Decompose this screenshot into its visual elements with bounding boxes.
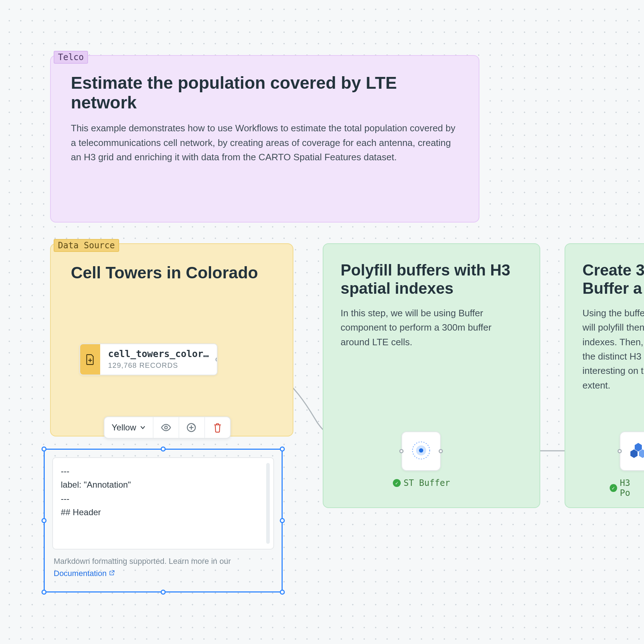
note-title: Cell Towers in Colorado bbox=[71, 263, 273, 282]
trash-icon bbox=[212, 422, 223, 433]
svg-point-0 bbox=[165, 426, 167, 429]
data-source-chip[interactable]: cell_towers_color… 129,768 RECORDS bbox=[79, 343, 218, 375]
node-label-text: H3 Po bbox=[620, 478, 644, 498]
note-body: Using the buffe will polyfill then index… bbox=[582, 306, 644, 392]
svg-marker-6 bbox=[630, 449, 638, 458]
delete-button[interactable] bbox=[205, 417, 230, 438]
note-tag-telco: Telco bbox=[54, 51, 88, 64]
checkmark-icon: ✓ bbox=[610, 484, 617, 492]
node-label: ✓ ST Buffer bbox=[393, 478, 450, 488]
note-title: Estimate the population covered by LTE n… bbox=[71, 73, 459, 112]
table-icon bbox=[80, 344, 100, 375]
input-port[interactable] bbox=[399, 449, 404, 453]
editor-line: --- bbox=[61, 492, 265, 506]
resize-handle-w[interactable] bbox=[42, 518, 47, 523]
note-body: This example demonstrates how to use Wor… bbox=[71, 121, 459, 164]
note-tag-data-source: Data Source bbox=[54, 239, 119, 252]
svg-marker-5 bbox=[635, 443, 642, 452]
editor-line: label: "Annotation" bbox=[61, 478, 265, 492]
resize-handle-sw[interactable] bbox=[42, 590, 47, 595]
output-port[interactable] bbox=[215, 357, 218, 362]
note-title: Create 3 Buffer a bbox=[582, 261, 644, 297]
resize-handle-n[interactable] bbox=[161, 447, 166, 452]
color-select-label: Yellow bbox=[112, 423, 136, 433]
svg-marker-7 bbox=[639, 449, 644, 458]
source-records: 129,768 RECORDS bbox=[108, 361, 209, 370]
doc-link-label: Documentation bbox=[54, 567, 107, 580]
external-link-icon bbox=[109, 567, 115, 580]
note-telco[interactable]: Telco Estimate the population covered by… bbox=[50, 55, 479, 223]
node-label-text: ST Buffer bbox=[404, 478, 450, 488]
checkmark-icon: ✓ bbox=[393, 479, 401, 487]
node-h3-polyfill[interactable] bbox=[620, 431, 644, 471]
input-port[interactable] bbox=[618, 449, 622, 453]
resize-handle-ne[interactable] bbox=[280, 447, 285, 452]
markdown-editor[interactable]: --- label: "Annotation" --- ## Header bbox=[52, 457, 274, 550]
node-st-buffer[interactable] bbox=[401, 431, 441, 471]
output-port[interactable] bbox=[439, 449, 443, 453]
buffer-icon bbox=[409, 439, 433, 464]
svg-point-4 bbox=[419, 448, 423, 453]
color-select[interactable]: Yellow bbox=[104, 417, 153, 438]
resize-handle-nw[interactable] bbox=[42, 447, 47, 452]
note-data-source[interactable]: Data Source Cell Towers in Colorado bbox=[50, 243, 293, 436]
resize-handle-s[interactable] bbox=[161, 590, 166, 595]
hexagon-icon bbox=[628, 439, 644, 464]
documentation-link[interactable]: Documentation bbox=[54, 567, 115, 580]
hint-text: Markdown formatting supported. Learn mor… bbox=[54, 557, 231, 566]
chevron-down-icon bbox=[140, 423, 146, 433]
workflow-canvas[interactable]: Telco Estimate the population covered by… bbox=[0, 0, 644, 644]
node-label: ✓ H3 Po bbox=[610, 478, 644, 498]
circle-plus-icon bbox=[186, 422, 197, 433]
resize-handle-se[interactable] bbox=[280, 590, 285, 595]
visibility-button[interactable] bbox=[153, 417, 179, 438]
group-button[interactable] bbox=[179, 417, 205, 438]
editor-line: --- bbox=[61, 464, 265, 478]
editor-hint: Markdown formatting supported. Learn mor… bbox=[54, 555, 272, 580]
resize-handle-e[interactable] bbox=[280, 518, 285, 523]
note-body: In this step, we will be using Buffer co… bbox=[341, 306, 522, 349]
editor-line: ## Header bbox=[61, 506, 265, 519]
eye-icon bbox=[161, 422, 171, 433]
source-name: cell_towers_color… bbox=[108, 348, 209, 359]
note-title: Polyfill buffers with H3 spatial indexes bbox=[341, 261, 522, 297]
annotation-toolbar: Yellow bbox=[104, 416, 231, 439]
